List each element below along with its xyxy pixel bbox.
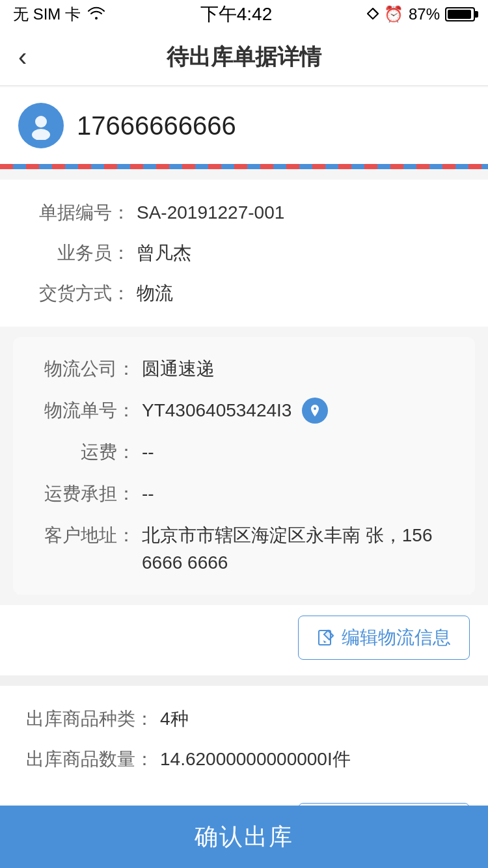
delivery-label: 交货方式：: [26, 280, 130, 307]
page-title: 待出库单据详情: [167, 42, 321, 72]
address-row: 客户地址： 北京市市辖区海淀区永丰南 张，156 6666 6666: [31, 522, 457, 576]
logistics-company-label: 物流公司：: [31, 355, 135, 383]
section-divider: [0, 675, 488, 686]
category-row: 出库商品种类： 4种: [26, 705, 462, 733]
alarm-icon: ⏰: [384, 5, 403, 23]
edit-logistics-button[interactable]: 编辑物流信息: [298, 616, 470, 660]
battery-percent: 87%: [409, 5, 440, 23]
order-number-row: 单据编号： SA-20191227-001: [26, 199, 462, 226]
avatar: [18, 103, 64, 148]
stats-section: 出库商品种类： 4种 出库商品数量： 14.62000000000000I件: [0, 686, 488, 793]
location-status-icon: [367, 5, 379, 23]
svg-point-0: [35, 116, 47, 128]
sales-rep-value: 曾凡杰: [137, 239, 462, 267]
freight-bearer-value: --: [142, 480, 457, 508]
customer-header: 17666666666: [0, 87, 488, 164]
nav-bar: ‹ 待出库单据详情: [0, 29, 488, 86]
logistics-card: 物流公司： 圆通速递 物流单号： YT43064053424I3 运费： -- …: [13, 337, 475, 595]
quantity-value: 14.62000000000000I件: [160, 746, 462, 773]
confirm-btn-wrap: 确认出库: [0, 806, 488, 868]
logistics-company-row: 物流公司： 圆通速递: [31, 355, 457, 383]
freight-bearer-row: 运费承担： --: [31, 480, 457, 508]
edit-icon: [317, 629, 335, 647]
logistics-tracking-label: 物流单号：: [31, 397, 135, 424]
confirm-outbound-button[interactable]: 确认出库: [0, 806, 488, 868]
status-left: 无 SIM 卡: [13, 4, 105, 25]
carrier-label: 无 SIM 卡: [13, 4, 81, 25]
delivery-value: 物流: [137, 280, 462, 307]
order-info-section: 单据编号： SA-20191227-001 业务员： 曾凡杰 交货方式： 物流: [0, 180, 488, 327]
order-number-value: SA-20191227-001: [137, 199, 462, 226]
freight-label: 运费：: [31, 439, 135, 466]
address-value: 北京市市辖区海淀区永丰南 张，156 6666 6666: [142, 522, 457, 576]
back-button[interactable]: ‹: [18, 42, 27, 72]
order-number-label: 单据编号：: [26, 199, 130, 226]
quantity-row: 出库商品数量： 14.62000000000000I件: [26, 746, 462, 773]
quantity-label: 出库商品数量：: [26, 746, 154, 773]
sales-rep-row: 业务员： 曾凡杰: [26, 239, 462, 267]
status-right: ⏰ 87%: [367, 5, 475, 23]
logistics-tracking-value: YT43064053424I3: [142, 397, 457, 424]
edit-logistics-label: 编辑物流信息: [342, 625, 451, 650]
sales-rep-label: 业务员：: [26, 239, 130, 267]
status-bar: 无 SIM 卡 下午4:42 ⏰ 87%: [0, 0, 488, 29]
category-value: 4种: [160, 705, 462, 733]
freight-row: 运费： --: [31, 439, 457, 466]
status-time: 下午4:42: [200, 2, 273, 27]
delivery-row: 交货方式： 物流: [26, 280, 462, 307]
freight-bearer-label: 运费承担：: [31, 480, 135, 508]
wifi-icon: [87, 5, 105, 23]
logistics-tracking-row: 物流单号： YT43064053424I3: [31, 397, 457, 424]
svg-point-1: [32, 129, 50, 140]
battery-icon: [445, 7, 475, 21]
freight-value: --: [142, 439, 457, 466]
customer-phone: 17666666666: [77, 111, 236, 141]
dashed-separator: [0, 164, 488, 169]
category-label: 出库商品种类：: [26, 705, 154, 733]
address-label: 客户地址：: [31, 522, 135, 549]
logistics-company-value: 圆通速递: [142, 355, 457, 383]
tracking-location-icon[interactable]: [302, 398, 328, 424]
edit-btn-row: 编辑物流信息: [0, 605, 488, 675]
